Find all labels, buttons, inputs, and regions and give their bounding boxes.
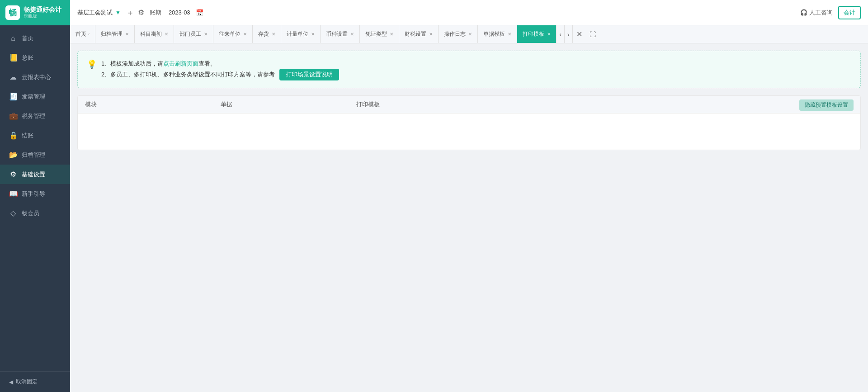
tab-close-icon[interactable]: ✕ (429, 32, 433, 37)
logo-text-block: 畅捷通好会计 旗舰版 (24, 6, 61, 20)
hide-template-button[interactable]: 隐藏预置模板设置 (799, 99, 854, 111)
tab-print[interactable]: 打印模板 ✕ (517, 25, 557, 43)
print-scene-button[interactable]: 打印场景设置说明 (279, 69, 339, 80)
service-label: 人工咨询 (809, 9, 833, 17)
notice-line-1: 1、模板添加成功后，请点击刷新页面查看。 (101, 58, 851, 69)
tab-dept[interactable]: 部门员工 ✕ (174, 25, 213, 43)
logo-icon: 畅 (5, 5, 20, 20)
sidebar-item-archive[interactable]: 📂 归档管理 (0, 145, 70, 165)
sidebar-item-label: 总账 (22, 54, 33, 62)
tab-label: 往来单位 (219, 30, 241, 38)
sidebar-item-label: 畅会员 (22, 209, 39, 217)
gear-icon[interactable]: ⚙ (138, 8, 144, 17)
sidebar-item-reports[interactable]: ☁ 云报表中心 (0, 67, 70, 87)
topbar-right: 🎧 人工咨询 会计 (800, 6, 861, 19)
col-doc: 单据 (213, 96, 349, 113)
col-module: 模块 (78, 96, 213, 113)
settings-icon: ⚙ (9, 170, 17, 179)
period-label: 账期 (150, 9, 161, 17)
sidebar-item-closing[interactable]: 🔒 结账 (0, 126, 70, 145)
cloud-icon: ☁ (9, 73, 17, 81)
tab-stock[interactable]: 存货 ✕ (253, 25, 281, 43)
tab-close-icon[interactable]: ✕ (165, 32, 168, 37)
logo-subtitle: 旗舰版 (24, 13, 61, 19)
tab-label: 首页 (75, 30, 86, 38)
close-all-tabs-button[interactable]: ✕ (573, 25, 586, 43)
sidebar-item-tax[interactable]: 💼 税务管理 (0, 106, 70, 126)
sidebar-item-label: 基础设置 (22, 170, 45, 179)
sidebar-item-label: 结账 (22, 132, 33, 140)
tab-next-button[interactable]: › (565, 25, 573, 43)
ledger-icon: 📒 (9, 53, 17, 62)
tab-close-icon[interactable]: ✕ (125, 32, 129, 37)
tab-archive[interactable]: 归档管理 ✕ (95, 25, 135, 43)
sidebar-item-basic[interactable]: ⚙ 基础设置 (0, 165, 70, 184)
chevron-icon: ‹ (88, 32, 90, 37)
sidebar-logo: 畅 畅捷通好会计 旗舰版 (0, 0, 70, 25)
kuaiji-button[interactable]: 会计 (838, 6, 861, 19)
logo-title: 畅捷通好会计 (24, 6, 61, 14)
unpin-icon: ◀ (9, 379, 13, 385)
member-icon: ◇ (9, 209, 17, 217)
sidebar: 畅 畅捷通好会计 旗舰版 ⌂ 首页 📒 总账 ☁ 云报表中心 🧾 发票管理 💼 … (0, 0, 70, 392)
sidebar-item-label: 新手引导 (22, 190, 45, 198)
tab-close-icon[interactable]: ✕ (243, 32, 247, 37)
col-template: 打印模板 (349, 96, 860, 113)
notice-line-2: 2、多员工、多打印机、多种业务类型设置不同打印方案等，请参考 打印场景设置说明 (101, 69, 851, 80)
table-body (78, 113, 860, 150)
sidebar-footer[interactable]: ◀ 取消固定 (0, 371, 70, 392)
sidebar-item-label: 首页 (22, 34, 33, 43)
table-header: 模块 单据 打印模板 (78, 96, 860, 113)
sidebar-item-member[interactable]: ◇ 畅会员 (0, 203, 70, 223)
tab-label: 部门员工 (179, 30, 201, 38)
period-value: 2023-03 (169, 9, 190, 16)
sidebar-item-label: 发票管理 (22, 93, 45, 101)
closing-icon: 🔒 (9, 131, 17, 140)
add-company-icon[interactable]: ＋ (126, 7, 134, 18)
tab-close-icon[interactable]: ✕ (547, 32, 551, 37)
tab-voucher[interactable]: 凭证类型 ✕ (360, 25, 399, 43)
notice-box: 💡 1、模板添加成功后，请点击刷新页面查看。 2、多员工、多打印机、多种业务类型… (77, 51, 861, 88)
calendar-icon[interactable]: 📅 (196, 9, 203, 16)
tab-oplog[interactable]: 操作日志 ✕ (439, 25, 478, 43)
tab-close-icon[interactable]: ✕ (468, 32, 472, 37)
topbar: 基层工会测试 ▼ ＋ ⚙ 账期 2023-03 📅 🎧 人工咨询 会计 (70, 0, 868, 25)
tab-close-icon[interactable]: ✕ (272, 32, 275, 37)
archive-icon: 📂 (9, 151, 17, 159)
tab-expand-button[interactable]: ⛶ (586, 25, 599, 43)
tabbar: 首页 ‹ 归档管理 ✕ 科目期初 ✕ 部门员工 ✕ 往来单位 ✕ 存货 ✕ 计量… (70, 25, 868, 43)
service-button[interactable]: 🎧 人工咨询 (800, 9, 833, 17)
tab-label: 存货 (258, 30, 269, 38)
tax-icon: 💼 (9, 112, 17, 120)
company-selector[interactable]: 基层工会测试 ▼ (77, 9, 121, 17)
unpin-label: 取消固定 (16, 378, 38, 386)
tab-label: 币种设置 (326, 30, 348, 38)
tab-contact[interactable]: 往来单位 ✕ (213, 25, 253, 43)
bulb-icon: 💡 (87, 59, 97, 80)
tab-home[interactable]: 首页 ‹ (70, 25, 95, 43)
notice-content: 1、模板添加成功后，请点击刷新页面查看。 2、多员工、多打印机、多种业务类型设置… (101, 58, 851, 80)
tab-close-icon[interactable]: ✕ (390, 32, 393, 37)
tab-measure[interactable]: 计量单位 ✕ (281, 25, 321, 43)
tab-currency[interactable]: 币种设置 ✕ (321, 25, 360, 43)
sidebar-item-home[interactable]: ⌂ 首页 (0, 29, 70, 48)
company-name: 基层工会测试 (77, 9, 113, 17)
tab-tax-set[interactable]: 财税设置 ✕ (399, 25, 439, 43)
topbar-actions: ＋ ⚙ (126, 7, 144, 18)
tab-label: 凭证类型 (365, 30, 387, 38)
tab-close-icon[interactable]: ✕ (508, 32, 511, 37)
sidebar-item-invoice[interactable]: 🧾 发票管理 (0, 87, 70, 106)
tab-close-icon[interactable]: ✕ (204, 32, 208, 37)
tab-label: 财税设置 (405, 30, 426, 38)
sidebar-item-ledger[interactable]: 📒 总账 (0, 48, 70, 67)
tab-single[interactable]: 单据模板 ✕ (478, 25, 517, 43)
tab-prev-button[interactable]: ‹ (557, 25, 565, 43)
tab-subject[interactable]: 科目期初 ✕ (135, 25, 174, 43)
tab-close-icon[interactable]: ✕ (350, 32, 354, 37)
tab-label: 打印模板 (523, 30, 544, 38)
sidebar-item-label: 云报表中心 (22, 73, 51, 81)
sidebar-item-label: 税务管理 (22, 112, 45, 120)
tab-close-icon[interactable]: ✕ (311, 32, 315, 37)
sidebar-item-newbie[interactable]: 📖 新手引导 (0, 184, 70, 203)
refresh-link[interactable]: 点击刷新页面 (163, 60, 198, 67)
